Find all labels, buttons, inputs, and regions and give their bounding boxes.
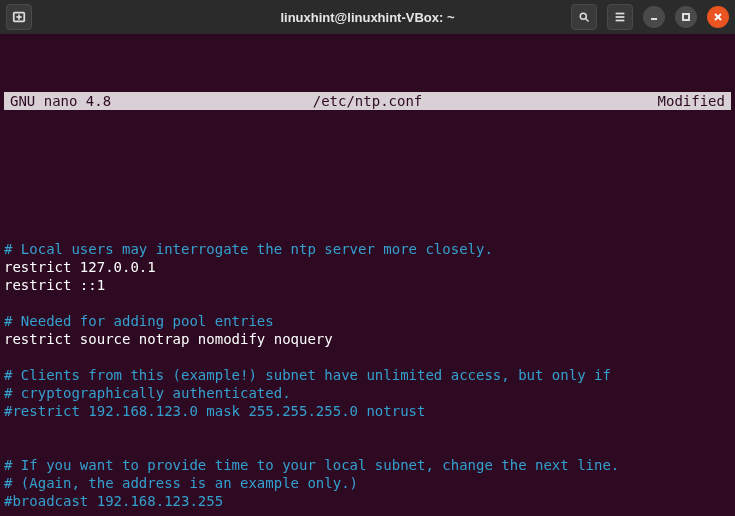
svg-rect-9 <box>683 14 689 20</box>
editor-line[interactable] <box>4 294 731 312</box>
editor-line[interactable]: # (Again, the address is an example only… <box>4 474 731 492</box>
hamburger-icon <box>613 10 627 24</box>
nano-status: Modified <box>491 92 731 110</box>
minimize-button[interactable] <box>643 6 665 28</box>
editor-content[interactable]: # Local users may interrogate the ntp se… <box>4 240 731 516</box>
close-button[interactable] <box>707 6 729 28</box>
editor-line[interactable]: #broadcast 192.168.123.255 <box>4 492 731 510</box>
editor-line[interactable]: restrict ::1 <box>4 276 731 294</box>
window-titlebar: linuxhint@linuxhint-VBox: ~ <box>0 0 735 34</box>
editor-line[interactable]: # Local users may interrogate the ntp se… <box>4 240 731 258</box>
editor-line[interactable]: #restrict 192.168.123.0 mask 255.255.255… <box>4 402 731 420</box>
editor-line[interactable]: restrict 127.0.0.1 <box>4 258 731 276</box>
menu-button[interactable] <box>607 4 633 30</box>
search-button[interactable] <box>571 4 597 30</box>
editor-line[interactable]: restrict source notrap nomodify noquery <box>4 330 731 348</box>
editor-line[interactable]: # cryptographically authenticated. <box>4 384 731 402</box>
editor-line[interactable]: # If you want to provide time to your lo… <box>4 456 731 474</box>
close-icon <box>713 12 723 22</box>
terminal-area[interactable]: GNU nano 4.8 /etc/ntp.conf Modified # Lo… <box>0 34 735 516</box>
editor-line[interactable] <box>4 510 731 516</box>
nano-version: GNU nano 4.8 <box>4 92 244 110</box>
nano-filepath: /etc/ntp.conf <box>244 92 491 110</box>
svg-line-4 <box>586 19 589 22</box>
editor-line[interactable] <box>4 438 731 456</box>
maximize-button[interactable] <box>675 6 697 28</box>
minimize-icon <box>649 12 659 22</box>
editor-line[interactable]: # Clients from this (example!) subnet ha… <box>4 366 731 384</box>
search-icon <box>578 11 590 23</box>
svg-point-3 <box>580 13 586 19</box>
new-tab-button[interactable] <box>6 4 32 30</box>
editor-line[interactable] <box>4 420 731 438</box>
new-tab-icon <box>12 10 26 24</box>
editor-line[interactable]: # Needed for adding pool entries <box>4 312 731 330</box>
nano-header: GNU nano 4.8 /etc/ntp.conf Modified <box>4 92 731 110</box>
maximize-icon <box>681 12 691 22</box>
editor-line[interactable] <box>4 348 731 366</box>
